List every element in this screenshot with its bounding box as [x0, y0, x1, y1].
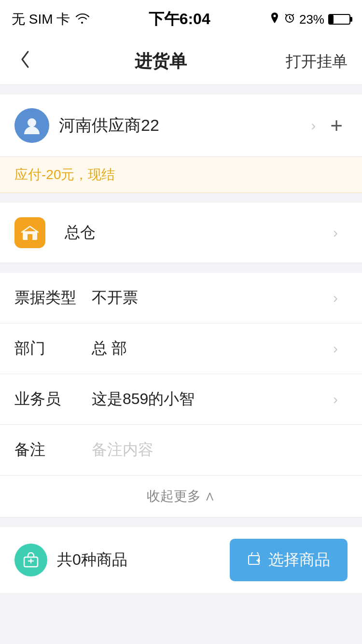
- remark-label: 备注: [14, 439, 82, 461]
- supplier-chevron-icon: ›: [311, 117, 316, 134]
- gap-1: [0, 85, 362, 95]
- open-pending-button[interactable]: 打开挂单: [286, 51, 348, 72]
- gap-2: [0, 193, 362, 203]
- bottom-area: [0, 593, 362, 644]
- add-supplier-button[interactable]: +: [325, 113, 348, 138]
- warehouse-row[interactable]: 总仓 ›: [0, 203, 362, 263]
- status-bar: 无 SIM 卡 下午6:04 23%: [0, 0, 362, 39]
- collapse-button[interactable]: 收起更多 ∧: [0, 476, 362, 518]
- back-button[interactable]: [14, 45, 36, 78]
- salesman-label: 业务员: [14, 389, 82, 410]
- remark-input[interactable]: 备注内容: [82, 439, 348, 461]
- invoice-row[interactable]: 票据类型 不开票 ›: [0, 273, 362, 323]
- status-left: 无 SIM 卡: [12, 10, 89, 28]
- bottom-bar: 共0种商品 选择商品: [0, 527, 362, 593]
- page-title: 进货单: [135, 50, 187, 73]
- svg-point-1: [28, 118, 36, 127]
- invoice-label: 票据类型: [14, 287, 82, 308]
- warehouse-name: 总仓: [55, 222, 333, 243]
- invoice-chevron-icon: ›: [333, 290, 338, 306]
- wifi-icon: [75, 12, 89, 27]
- remark-row[interactable]: 备注 备注内容: [0, 425, 362, 476]
- notice-text: 应付-20元，现结: [14, 167, 115, 182]
- select-goods-label: 选择商品: [268, 549, 330, 571]
- warehouse-chevron-icon: ›: [333, 224, 338, 241]
- salesman-row[interactable]: 业务员 这是859的小智 ›: [0, 374, 362, 425]
- battery-percent: 23%: [299, 12, 324, 27]
- supplier-avatar: [14, 108, 49, 143]
- select-goods-button[interactable]: 选择商品: [230, 539, 348, 581]
- supplier-name: 河南供应商22: [59, 114, 311, 137]
- goods-icon: [14, 544, 47, 576]
- dept-label: 部门: [14, 338, 82, 359]
- supplier-section: 河南供应商22 › + 应付-20元，现结: [0, 95, 362, 193]
- dept-chevron-icon: ›: [333, 340, 338, 357]
- dept-value: 总 部: [82, 338, 333, 359]
- warehouse-section: 总仓 ›: [0, 203, 362, 263]
- collapse-label: 收起更多 ∧: [147, 487, 216, 505]
- status-time: 下午6:04: [149, 9, 210, 30]
- nav-bar: 进货单 打开挂单: [0, 39, 362, 85]
- location-icon: [269, 12, 280, 27]
- salesman-value: 这是859的小智: [82, 389, 333, 410]
- gap-3: [0, 263, 362, 273]
- gap-4: [0, 518, 362, 527]
- carrier-text: 无 SIM 卡: [12, 10, 70, 28]
- salesman-chevron-icon: ›: [333, 391, 338, 407]
- warehouse-icon: [14, 217, 45, 248]
- form-section: 票据类型 不开票 › 部门 总 部 › 业务员 这是859的小智 › 备注 备注…: [0, 273, 362, 518]
- battery-icon: [328, 14, 350, 25]
- svg-rect-3: [28, 234, 32, 240]
- supplier-row[interactable]: 河南供应商22 › +: [0, 95, 362, 157]
- goods-count: 共0种商品: [57, 549, 230, 571]
- invoice-value: 不开票: [82, 287, 333, 308]
- status-right: 23%: [269, 12, 350, 27]
- alarm-icon: [284, 12, 295, 27]
- dept-row[interactable]: 部门 总 部 ›: [0, 323, 362, 374]
- notice-bar: 应付-20元，现结: [0, 157, 362, 193]
